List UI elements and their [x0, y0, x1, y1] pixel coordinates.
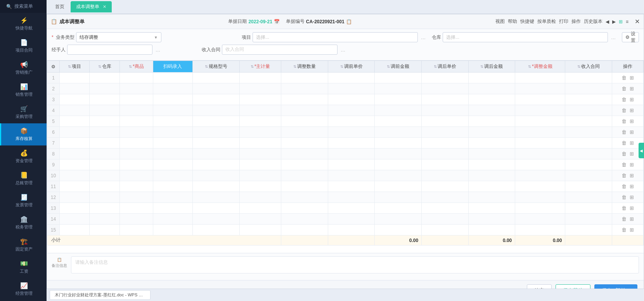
table-cell[interactable] [90, 214, 119, 225]
table-cell[interactable] [193, 159, 240, 170]
table-cell[interactable] [515, 149, 565, 159]
table-cell[interactable] [119, 225, 153, 235]
table-cell[interactable] [468, 181, 515, 192]
table-cell[interactable] [60, 181, 90, 192]
delete-row-button[interactable]: 🗑 [621, 129, 627, 135]
copy-row-button[interactable]: ⊞ [629, 96, 635, 103]
shortcut-action[interactable]: 快捷键 [520, 18, 534, 25]
table-cell[interactable] [281, 116, 328, 127]
table-cell[interactable] [565, 203, 612, 214]
table-cell[interactable] [193, 170, 240, 181]
sidebar-item-sales-promo[interactable]: 📢 营销推广 [0, 57, 47, 79]
table-cell[interactable] [468, 94, 515, 105]
sidebar-item-inventory-calc[interactable]: 📦 库存核算 [0, 123, 47, 145]
table-cell[interactable] [153, 181, 193, 192]
table-cell[interactable] [153, 138, 193, 149]
th-spec-type[interactable]: ⇅规格型号 [193, 61, 240, 73]
th-project[interactable]: ⇅项目 [60, 61, 90, 73]
table-cell[interactable] [281, 203, 328, 214]
table-cell[interactable] [565, 225, 612, 235]
table-cell[interactable] [328, 170, 375, 181]
table-cell[interactable] [90, 105, 119, 116]
notes-icon-btn[interactable]: 📋 备注信息 [52, 256, 67, 268]
table-cell[interactable] [375, 73, 422, 83]
table-cell[interactable] [468, 83, 515, 94]
table-cell[interactable] [60, 203, 90, 214]
table-cell[interactable] [328, 138, 375, 149]
table-cell[interactable] [119, 203, 153, 214]
table-cell[interactable] [515, 94, 565, 105]
table-cell[interactable] [90, 116, 119, 127]
table-cell[interactable] [515, 127, 565, 138]
table-cell[interactable] [422, 83, 469, 94]
review-action[interactable]: 按单质检 [537, 18, 556, 25]
table-cell[interactable] [119, 127, 153, 138]
taskbar-wps-item[interactable]: 木门行业好业财处理方案-墨红红.doc - WPS Office [50, 290, 151, 300]
table-cell[interactable] [468, 192, 515, 203]
table-cell[interactable] [193, 149, 240, 159]
table-cell[interactable] [515, 138, 565, 149]
next-icon[interactable]: ▶ [612, 19, 616, 24]
table-cell[interactable] [422, 73, 469, 83]
table-cell[interactable] [193, 225, 240, 235]
table-cell[interactable] [90, 181, 119, 192]
delete-row-button[interactable]: 🗑 [621, 205, 627, 211]
table-cell[interactable] [375, 159, 422, 170]
th-pre-amount[interactable]: ⇅调前金额 [375, 61, 422, 73]
table-cell[interactable] [422, 138, 469, 149]
copy-row-button[interactable]: ⊞ [629, 216, 635, 222]
table-cell[interactable] [565, 83, 612, 94]
table-cell[interactable] [90, 73, 119, 83]
calendar-icon[interactable]: 📅 [274, 19, 280, 24]
table-cell[interactable] [281, 94, 328, 105]
table-cell[interactable] [239, 83, 281, 94]
table-cell[interactable] [422, 149, 469, 159]
table-cell[interactable] [239, 116, 281, 127]
table-cell[interactable] [281, 149, 328, 159]
delete-row-button[interactable]: 🗑 [621, 140, 627, 146]
copy-row-button[interactable]: ⊞ [629, 118, 635, 125]
sidebar-item-ledger-mgmt[interactable]: 📒 总账管理 [0, 168, 47, 190]
table-cell[interactable] [239, 181, 281, 192]
table-cell[interactable] [281, 225, 328, 235]
table-cell[interactable] [468, 170, 515, 181]
table-cell[interactable] [153, 73, 193, 83]
table-cell[interactable] [193, 105, 240, 116]
table-cell[interactable] [193, 138, 240, 149]
table-cell[interactable] [193, 214, 240, 225]
table-cell[interactable] [565, 192, 612, 203]
table-cell[interactable] [153, 214, 193, 225]
table-cell[interactable] [468, 73, 515, 83]
th-main-unit[interactable]: ⇅*主计量 [239, 61, 281, 73]
warehouse-dots[interactable]: ... [611, 34, 616, 40]
table-cell[interactable] [515, 203, 565, 214]
table-cell[interactable] [153, 94, 193, 105]
table-cell[interactable] [281, 159, 328, 170]
table-cell[interactable] [468, 149, 515, 159]
delete-row-button[interactable]: 🗑 [621, 183, 627, 190]
table-cell[interactable] [153, 159, 193, 170]
table-cell[interactable] [515, 181, 565, 192]
table-cell[interactable] [422, 192, 469, 203]
copy-row-button[interactable]: ⊞ [629, 161, 635, 168]
prev-icon[interactable]: ◀ [606, 19, 609, 24]
table-cell[interactable] [281, 127, 328, 138]
table-cell[interactable] [375, 181, 422, 192]
table-cell[interactable] [153, 225, 193, 235]
table-cell[interactable] [375, 225, 422, 235]
table-cell[interactable] [422, 127, 469, 138]
project-select[interactable]: 选择... [253, 32, 418, 42]
table-cell[interactable] [375, 192, 422, 203]
table-cell[interactable] [515, 225, 565, 235]
sidebar-item-quick-nav[interactable]: ⚡ 快捷导航 [0, 13, 47, 35]
table-cell[interactable] [239, 94, 281, 105]
table-cell[interactable] [193, 94, 240, 105]
table-cell[interactable] [328, 159, 375, 170]
delete-row-button[interactable]: 🗑 [621, 96, 627, 103]
table-cell[interactable] [90, 149, 119, 159]
sidebar-item-invoice-mgmt[interactable]: 🧾 发票管理 [0, 190, 47, 212]
sidebar-item-payroll[interactable]: 💵 工资 [0, 256, 47, 278]
table-cell[interactable] [193, 181, 240, 192]
table-cell[interactable] [239, 149, 281, 159]
delete-row-button[interactable]: 🗑 [621, 161, 627, 168]
